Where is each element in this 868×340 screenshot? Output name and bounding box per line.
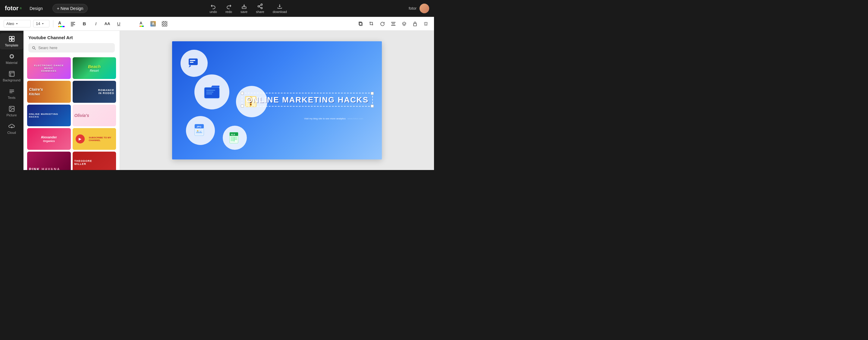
rotate-icon: [380, 22, 385, 26]
font-family-selector[interactable]: Aleo: [4, 20, 31, 27]
top-navigation: fotor® Design + New Design undo redo sav…: [0, 0, 434, 17]
search-input[interactable]: [38, 45, 111, 50]
cloud-icon: [8, 123, 15, 130]
share-action[interactable]: share: [256, 3, 264, 13]
font-size-alt-button[interactable]: AA: [103, 19, 112, 28]
delete-button[interactable]: [421, 19, 430, 28]
text-color-button[interactable]: A: [57, 19, 66, 28]
avatar[interactable]: [420, 4, 429, 13]
template-card-beach[interactable]: Beach Resort: [73, 57, 116, 79]
copy-button[interactable]: [356, 19, 365, 28]
handle-br[interactable]: [371, 104, 374, 107]
xls-circle: XLS: [223, 126, 247, 150]
highlight-button[interactable]: A: [137, 19, 146, 28]
toolbar-divider-1: [53, 20, 53, 27]
italic-button[interactable]: I: [91, 19, 100, 28]
svg-point-1: [261, 4, 262, 5]
svg-text:XLS: XLS: [231, 133, 235, 136]
svg-point-24: [33, 47, 35, 49]
underline-icon: U: [117, 21, 121, 26]
handle-bl[interactable]: [241, 104, 244, 107]
text-bg-icon: A: [150, 21, 156, 27]
template-card-edm[interactable]: ELECTRONIC DANCE MUSICEDMMIXES: [27, 57, 71, 79]
rotate-button[interactable]: [378, 19, 387, 28]
handle-tl[interactable]: [241, 92, 244, 95]
material-icon: [8, 53, 15, 60]
svg-rect-10: [391, 22, 396, 23]
template-card-romance[interactable]: ROMANCEIN RODEO: [73, 81, 116, 102]
align-button[interactable]: [68, 19, 78, 28]
lock-button[interactable]: [410, 19, 420, 28]
search-box[interactable]: [28, 43, 115, 53]
canvas-sub-link: www.fotor.com: [347, 117, 363, 120]
svg-point-19: [10, 55, 13, 57]
redo-action[interactable]: redo: [225, 3, 232, 13]
new-design-button[interactable]: + New Design: [53, 4, 88, 13]
template-card-marketing[interactable]: ONLINE MARKETING HACKS: [27, 104, 71, 126]
crop-button[interactable]: [367, 19, 376, 28]
svg-point-37: [197, 130, 198, 131]
svg-point-3: [261, 7, 262, 9]
save-action[interactable]: save: [241, 3, 247, 13]
jpg-circle: JPG: [186, 116, 215, 145]
sidebar-item-picture[interactable]: Picture: [0, 103, 23, 119]
highlight-icon: A: [140, 21, 144, 27]
svg-rect-4: [71, 22, 75, 23]
svg-rect-20: [9, 71, 14, 76]
svg-rect-21: [9, 90, 14, 93]
align-center-button[interactable]: [389, 19, 398, 28]
align-icon: [70, 22, 75, 26]
canvas[interactable]: JPG XLS: [172, 41, 382, 159]
sidebar-item-background[interactable]: Background: [0, 68, 23, 84]
template-card-olivia[interactable]: Olivia's: [73, 104, 116, 126]
chat-icon: [187, 57, 201, 70]
canvas-sub-text-content: Visit my blog site to see more analytics: [304, 117, 346, 120]
underline-button[interactable]: U: [114, 19, 123, 28]
logo-text: fotor: [5, 5, 19, 12]
sidebar-item-template[interactable]: Template: [0, 33, 23, 50]
bold-icon: B: [83, 21, 86, 26]
undo-action[interactable]: undo: [210, 3, 217, 13]
handle-tr[interactable]: [371, 92, 374, 95]
template-card-claire[interactable]: Claire'sKitchen: [27, 81, 71, 102]
svg-rect-0: [242, 7, 246, 8]
layer-button[interactable]: [400, 19, 409, 28]
undo-label: undo: [210, 10, 217, 13]
jpg-icon: JPG: [193, 123, 208, 138]
nav-right: fotor: [409, 4, 429, 13]
svg-rect-30: [206, 90, 215, 91]
save-icon: [241, 3, 247, 9]
canvas-main-text-container[interactable]: ONLINE MARKETING HACKS: [242, 93, 373, 107]
bold-button[interactable]: B: [80, 19, 89, 28]
svg-point-2: [258, 5, 259, 7]
template-card-alexander[interactable]: AlexanderOrganics: [27, 128, 71, 150]
download-action[interactable]: download: [273, 3, 287, 13]
chat-circle: [181, 50, 208, 77]
sidebar-item-material[interactable]: Material: [0, 51, 23, 67]
template-card-theodore[interactable]: THEODOREMILLER: [73, 152, 116, 170]
nav-left: fotor® Design + New Design: [5, 4, 88, 13]
font-size-selector[interactable]: 14: [33, 20, 50, 27]
background-label: Background: [3, 79, 21, 82]
template-card-subscribe[interactable]: ▶ SUBSCRIBE TO MY CHANNEL: [73, 128, 116, 150]
undo-icon: [210, 3, 216, 9]
sidebar-item-cloud[interactable]: Cloud: [0, 121, 23, 137]
template-label: Template: [5, 43, 19, 47]
canvas-area: JPG XLS: [120, 31, 434, 170]
logo: fotor®: [5, 5, 22, 12]
text-bg-button[interactable]: A: [149, 19, 158, 28]
svg-rect-12: [391, 25, 396, 26]
share-label: share: [256, 10, 264, 13]
redo-icon: [226, 3, 232, 9]
design-button[interactable]: Design: [27, 4, 48, 13]
svg-rect-16: [9, 39, 11, 41]
svg-rect-11: [392, 24, 395, 24]
letter-spacing-icon: [128, 22, 133, 26]
sidebar-item-texts[interactable]: Texts: [0, 86, 23, 102]
toolbar-right: [356, 19, 430, 28]
pattern-button[interactable]: [160, 19, 169, 28]
letter-spacing-button[interactable]: [126, 19, 135, 28]
template-card-pink[interactable]: PINK HAVANA: [27, 152, 71, 170]
font-size-alt-icon: AA: [104, 22, 110, 26]
folder-circle: [194, 74, 229, 110]
